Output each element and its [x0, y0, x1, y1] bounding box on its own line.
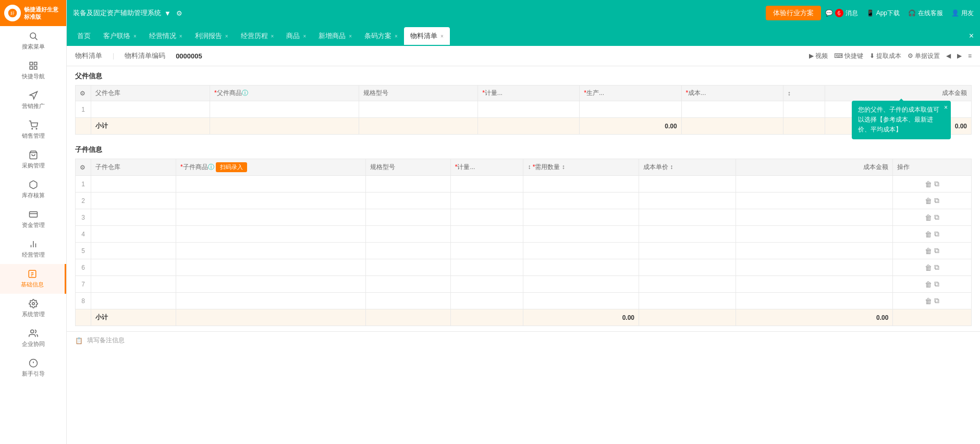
sidebar-item-guide[interactable]: 新手引导: [0, 353, 66, 383]
child-qty-3[interactable]: [523, 209, 639, 226]
tab-history[interactable]: 经营历程 ×: [235, 27, 280, 45]
copy-icon-2[interactable]: ⧉: [934, 196, 939, 205]
delete-icon-6[interactable]: 🗑: [925, 263, 932, 272]
tab-close-history[interactable]: ×: [271, 33, 274, 39]
child-unit-4[interactable]: [450, 226, 523, 243]
copy-icon-4[interactable]: ⧉: [934, 230, 939, 238]
child-amount-7[interactable]: [736, 276, 893, 293]
child-goods-4[interactable]: [176, 226, 366, 243]
child-unit-1[interactable]: [450, 176, 523, 193]
child-unit-cost-6[interactable]: [639, 259, 736, 276]
delete-icon-1[interactable]: 🗑: [925, 180, 932, 188]
child-amount-8[interactable]: [736, 293, 893, 309]
topbar-gear-icon[interactable]: ⚙: [176, 9, 182, 17]
tab-customer[interactable]: 客户联络 ×: [97, 27, 143, 45]
copy-icon-3[interactable]: ⧉: [934, 213, 939, 222]
tab-close-operation[interactable]: ×: [179, 33, 182, 39]
app-download-button[interactable]: 📱 App下载: [866, 9, 900, 18]
parent-production-1[interactable]: [580, 101, 681, 118]
copy-icon-1[interactable]: ⧉: [934, 179, 939, 188]
child-qty-8[interactable]: [523, 293, 639, 309]
parent-spec-1[interactable]: [359, 101, 478, 118]
child-spec-7[interactable]: [365, 276, 450, 293]
delete-icon-5[interactable]: 🗑: [925, 247, 932, 255]
child-goods-7[interactable]: [176, 276, 366, 293]
shortcut-action[interactable]: ⌨ 快捷键: [834, 52, 863, 61]
scan-button[interactable]: 扫码录入: [216, 162, 247, 172]
child-amount-2[interactable]: [736, 193, 893, 209]
copy-icon-5[interactable]: ⧉: [934, 246, 939, 255]
child-spec-4[interactable]: [365, 226, 450, 243]
sidebar-item-sales[interactable]: 销售管理: [0, 115, 66, 145]
delete-icon-8[interactable]: 🗑: [925, 297, 932, 305]
sidebar-item-system[interactable]: 系统管理: [0, 294, 66, 323]
tooltip-close-button[interactable]: ×: [944, 103, 948, 113]
child-goods-8[interactable]: [176, 293, 366, 309]
child-warehouse-3[interactable]: [91, 209, 176, 226]
parent-warehouse-1[interactable]: [91, 101, 210, 118]
parent-cost-1[interactable]: [681, 101, 783, 118]
child-qty-7[interactable]: [523, 276, 639, 293]
child-warehouse-2[interactable]: [91, 193, 176, 209]
child-col-settings[interactable]: ⚙: [76, 159, 91, 176]
child-unit-cost-2[interactable]: [639, 193, 736, 209]
child-spec-3[interactable]: [365, 209, 450, 226]
nav-next-icon[interactable]: ▶: [957, 52, 962, 59]
child-amount-3[interactable]: [736, 209, 893, 226]
child-unit-6[interactable]: [450, 259, 523, 276]
topbar-dropdown-icon[interactable]: ▼: [164, 9, 171, 17]
tab-close-add-goods[interactable]: ×: [349, 33, 352, 39]
child-unit-cost-8[interactable]: [639, 293, 736, 309]
sidebar-item-quick-nav[interactable]: 快捷导航: [0, 56, 66, 86]
sidebar-item-marketing[interactable]: 营销推广: [0, 86, 66, 115]
child-warehouse-8[interactable]: [91, 293, 176, 309]
child-goods-1[interactable]: [176, 176, 366, 193]
copy-icon-7[interactable]: ⧉: [934, 280, 939, 289]
child-spec-8[interactable]: [365, 293, 450, 309]
child-unit-cost-7[interactable]: [639, 276, 736, 293]
parent-col-settings[interactable]: ⚙: [76, 86, 91, 101]
child-spec-1[interactable]: [365, 176, 450, 193]
child-warehouse-1[interactable]: [91, 176, 176, 193]
sidebar-item-finance[interactable]: 资金管理: [0, 205, 66, 234]
tab-add-goods[interactable]: 新增商品 ×: [312, 27, 358, 45]
menu-icon[interactable]: ≡: [968, 52, 972, 59]
child-goods-2[interactable]: [176, 193, 366, 209]
delete-icon-2[interactable]: 🗑: [925, 197, 932, 205]
tab-goods[interactable]: 商品 ×: [280, 27, 312, 45]
child-qty-1[interactable]: [523, 176, 639, 193]
tab-profit[interactable]: 利润报告 ×: [189, 27, 235, 45]
delete-icon-4[interactable]: 🗑: [925, 230, 932, 238]
child-qty-2[interactable]: [523, 193, 639, 209]
parent-goods-1[interactable]: [210, 101, 359, 118]
sidebar-item-search[interactable]: 搜索菜单: [0, 26, 66, 56]
tab-close-customer[interactable]: ×: [133, 33, 137, 39]
child-unit-cost-5[interactable]: [639, 243, 736, 259]
child-unit-7[interactable]: [450, 276, 523, 293]
child-spec-6[interactable]: [365, 259, 450, 276]
child-warehouse-5[interactable]: [91, 243, 176, 259]
nav-prev-icon[interactable]: ◀: [946, 52, 951, 59]
copy-icon-6[interactable]: ⧉: [934, 263, 939, 272]
delete-icon-7[interactable]: 🗑: [925, 280, 932, 289]
sidebar-item-purchase[interactable]: 采购管理: [0, 145, 66, 175]
tab-close-barcode[interactable]: ×: [395, 33, 398, 39]
child-unit-8[interactable]: [450, 293, 523, 309]
extract-cost-action[interactable]: ⬇ 提取成本: [869, 52, 901, 61]
child-goods-6[interactable]: [176, 259, 366, 276]
sidebar-item-basic-info[interactable]: 基础信息: [0, 264, 66, 294]
sidebar-item-operations[interactable]: 经营管理: [0, 234, 66, 264]
tab-home[interactable]: 首页: [71, 27, 97, 45]
child-goods-3[interactable]: [176, 209, 366, 226]
child-qty-5[interactable]: [523, 243, 639, 259]
child-goods-5[interactable]: [176, 243, 366, 259]
online-service-button[interactable]: 🎧 在线客服: [908, 9, 943, 18]
tab-close-profit[interactable]: ×: [225, 33, 228, 39]
child-unit-2[interactable]: [450, 193, 523, 209]
tab-operation-status[interactable]: 经营情况 ×: [143, 27, 189, 45]
tab-barcode[interactable]: 条码方案 ×: [358, 27, 404, 45]
copy-icon-8[interactable]: ⧉: [934, 296, 939, 305]
child-unit-cost-1[interactable]: [639, 176, 736, 193]
video-action[interactable]: ▶ 视频: [809, 52, 828, 61]
parent-unit-1[interactable]: [478, 101, 580, 118]
